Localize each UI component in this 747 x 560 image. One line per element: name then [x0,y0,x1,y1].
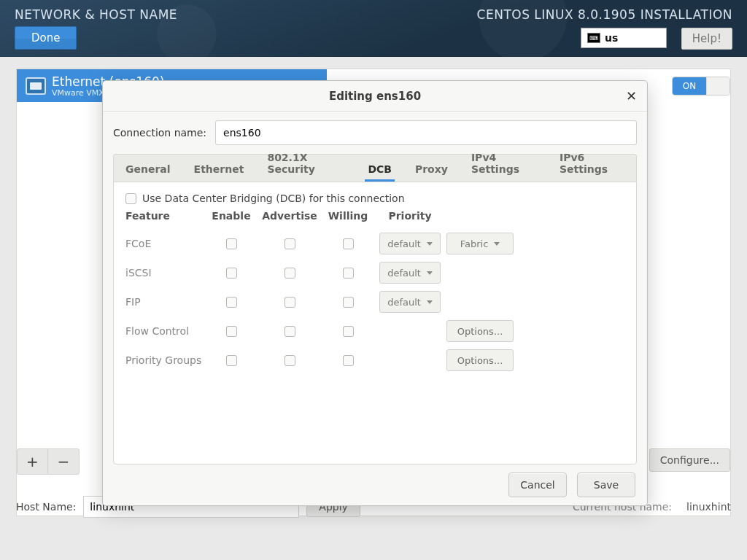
nic-icon [26,77,46,95]
feature-name: Priority Groups [125,354,206,366]
tab-ethernet[interactable]: Ethernet [191,156,247,182]
feature-row: Priority GroupsOptions... [125,346,624,375]
use-dcb-checkbox[interactable] [125,193,136,204]
priority-select[interactable]: default [379,233,441,254]
priority-select[interactable]: default [379,262,441,284]
feature-row: FCoEdefaultFabric [125,229,624,258]
col-willing: Willing [322,210,374,222]
col-priority: Priority [374,210,446,222]
dcb-tab-pane: Use Data Center Bridging (DCB) for this … [113,182,637,464]
toggle-on-label: ON [673,77,706,95]
willing-checkbox[interactable] [343,355,354,366]
tab-802-1x-security[interactable]: 802.1X Security [264,144,347,182]
advertise-checkbox[interactable] [285,268,295,279]
tab-proxy[interactable]: Proxy [412,156,451,182]
tab-general[interactable]: General [123,156,174,182]
connection-name-label: Connection name: [113,127,206,139]
enable-checkbox[interactable] [226,326,237,337]
feature-row: Flow ControlOptions... [125,316,624,346]
advertise-checkbox[interactable] [285,238,295,249]
help-button[interactable]: Help! [681,28,732,50]
remove-nic-button[interactable]: − [48,449,79,474]
done-button[interactable]: Done [15,26,77,50]
tab-dcb[interactable]: DCB [365,156,395,182]
fabric-select[interactable]: Fabric [446,233,514,254]
feature-name: Flow Control [125,325,206,337]
advertise-checkbox[interactable] [285,297,295,308]
connection-name-input[interactable] [215,120,637,145]
willing-checkbox[interactable] [343,326,354,337]
feature-name: FCoE [125,238,206,249]
col-enable: Enable [206,210,257,222]
dialog-header: Editing ens160 ✕ [103,81,647,112]
feature-row: iSCSIdefault [125,258,624,287]
enable-checkbox[interactable] [226,238,237,249]
dcb-grid: Feature Enable Advertise Willing Priorit… [125,210,624,375]
willing-checkbox[interactable] [343,238,354,249]
willing-checkbox[interactable] [343,268,354,279]
keyboard-layout: us [605,32,618,44]
col-advertise: Advertise [257,210,322,222]
tab-ipv6-settings[interactable]: IPv6 Settings [557,144,627,182]
advertise-checkbox[interactable] [285,355,295,366]
priority-select[interactable]: default [379,291,441,313]
connection-toggle[interactable]: ON [672,77,730,96]
options-button[interactable]: Options... [446,320,514,342]
add-remove-buttons: + − [17,448,80,475]
cancel-button[interactable]: Cancel [508,472,567,497]
feature-name: FIP [125,296,206,308]
page-title: NETWORK & HOST NAME [15,7,177,22]
dialog-tabs: GeneralEthernet802.1X SecurityDCBProxyIP… [113,154,637,182]
keyboard-indicator[interactable]: ⌨ us [581,28,667,48]
feature-name: iSCSI [125,267,206,279]
add-nic-button[interactable]: + [18,449,48,474]
current-hostname-value: linuxhint [686,501,731,513]
willing-checkbox[interactable] [343,297,354,308]
enable-checkbox[interactable] [226,297,237,308]
toggle-knob [706,77,729,95]
enable-checkbox[interactable] [226,355,237,366]
hostname-label: Host Name: [16,501,76,513]
configure-button[interactable]: Configure... [649,448,730,472]
enable-checkbox[interactable] [226,268,237,279]
advertise-checkbox[interactable] [285,326,295,337]
distro-title: CENTOS LINUX 8.0.1905 INSTALLATION [477,7,732,22]
dialog-title: Editing ens160 [329,90,421,103]
use-dcb-label: Use Data Center Bridging (DCB) for this … [142,192,405,204]
close-icon[interactable]: ✕ [626,88,637,104]
tab-ipv4-settings[interactable]: IPv4 Settings [468,144,539,182]
options-button[interactable]: Options... [446,349,514,371]
topbar: NETWORK & HOST NAME CENTOS LINUX 8.0.190… [0,0,747,57]
edit-connection-dialog: Editing ens160 ✕ Connection name: Genera… [102,80,648,506]
feature-row: FIPdefault [125,287,624,316]
keyboard-icon: ⌨ [587,33,600,43]
col-feature: Feature [125,210,206,222]
save-button[interactable]: Save [577,472,635,497]
